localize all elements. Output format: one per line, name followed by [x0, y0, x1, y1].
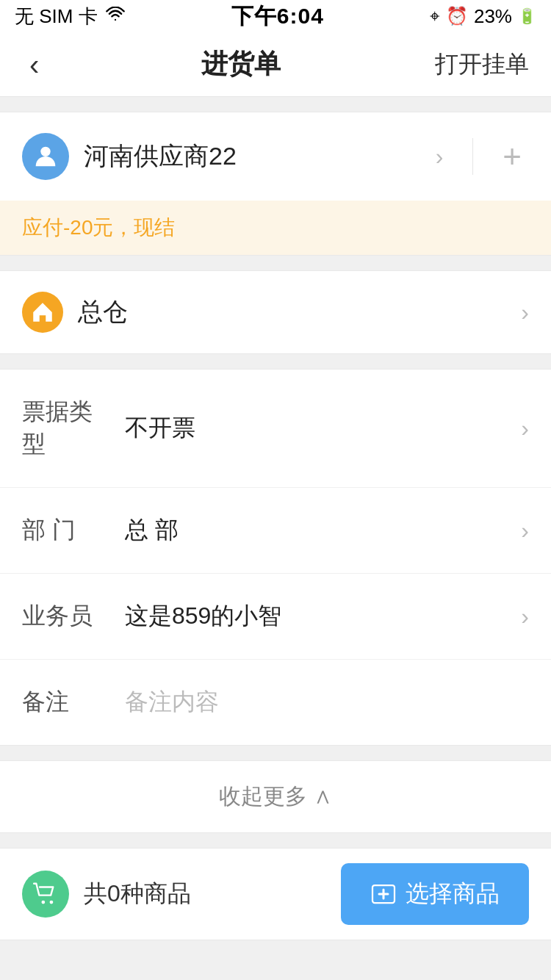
- product-bar: 共0种商品 选择商品: [0, 848, 551, 940]
- page-title: 进货单: [201, 46, 281, 82]
- supplier-row[interactable]: 河南供应商22 › +: [0, 112, 551, 201]
- bottom-area: [0, 940, 551, 980]
- back-button[interactable]: ‹: [22, 43, 46, 87]
- gps-icon: ⌖: [430, 6, 440, 26]
- notice-text: 应付-20元，现结: [22, 216, 175, 239]
- carrier-text: 无 SIM 卡: [15, 4, 98, 29]
- invoice-type-label: 票据类型: [22, 396, 110, 461]
- remarks-label: 备注: [22, 686, 110, 718]
- form-section: 票据类型 不开票 › 部 门 总 部 › 业务员 这是859的小智 › 备注 备…: [0, 369, 551, 746]
- department-label: 部 门: [22, 514, 110, 547]
- section-gap-1: [0, 97, 551, 112]
- invoice-type-value: 不开票: [110, 412, 514, 444]
- remarks-input[interactable]: 备注内容: [110, 686, 529, 718]
- status-left: 无 SIM 卡: [15, 4, 126, 29]
- product-count: 共0种商品: [84, 878, 341, 910]
- warehouse-name: 总仓: [78, 295, 514, 329]
- svg-point-0: [40, 147, 50, 156]
- battery-text: 23%: [474, 5, 512, 28]
- select-product-icon: [370, 881, 397, 907]
- house-icon: [30, 300, 55, 325]
- invoice-type-row[interactable]: 票据类型 不开票 ›: [0, 370, 551, 488]
- divider: [472, 138, 473, 175]
- invoice-type-chevron-icon: ›: [521, 415, 529, 442]
- cart-icon: [32, 880, 60, 908]
- warehouse-icon: [22, 292, 63, 333]
- salesperson-chevron-icon: ›: [521, 603, 529, 630]
- nav-bar: ‹ 进货单 打开挂单: [0, 32, 551, 97]
- salesperson-value: 这是859的小智: [110, 600, 514, 633]
- open-pending-button[interactable]: 打开挂单: [435, 48, 529, 81]
- collapse-label: 收起更多 ∧: [219, 782, 331, 812]
- collapse-button[interactable]: 收起更多 ∧: [0, 760, 551, 833]
- person-icon: [31, 142, 60, 171]
- alarm-icon: ⏰: [446, 6, 468, 26]
- notice-bar: 应付-20元，现结: [0, 201, 551, 255]
- status-right: ⌖ ⏰ 23% 🔋: [430, 5, 536, 28]
- supplier-name: 河南供应商22: [84, 140, 436, 173]
- product-icon: [22, 871, 69, 918]
- salesperson-row[interactable]: 业务员 这是859的小智 ›: [0, 574, 551, 660]
- warehouse-row[interactable]: 总仓 ›: [0, 270, 551, 354]
- supplier-chevron-icon: ›: [436, 143, 444, 170]
- salesperson-label: 业务员: [22, 600, 110, 633]
- select-product-label: 选择商品: [406, 878, 500, 910]
- add-supplier-button[interactable]: +: [495, 138, 529, 175]
- department-chevron-icon: ›: [521, 517, 529, 544]
- warehouse-chevron-icon: ›: [521, 299, 529, 326]
- svg-point-1: [41, 901, 45, 904]
- remarks-row[interactable]: 备注 备注内容: [0, 660, 551, 745]
- wifi-icon: [105, 5, 126, 28]
- supplier-section: 河南供应商22 › + 应付-20元，现结: [0, 112, 551, 256]
- department-row[interactable]: 部 门 总 部 ›: [0, 488, 551, 574]
- supplier-avatar: [22, 133, 69, 180]
- status-bar: 无 SIM 卡 下午6:04 ⌖ ⏰ 23% 🔋: [0, 0, 551, 32]
- svg-point-2: [50, 901, 54, 904]
- battery-icon: 🔋: [518, 7, 536, 25]
- status-time: 下午6:04: [231, 1, 324, 32]
- department-value: 总 部: [110, 514, 514, 547]
- select-product-button[interactable]: 选择商品: [341, 863, 529, 925]
